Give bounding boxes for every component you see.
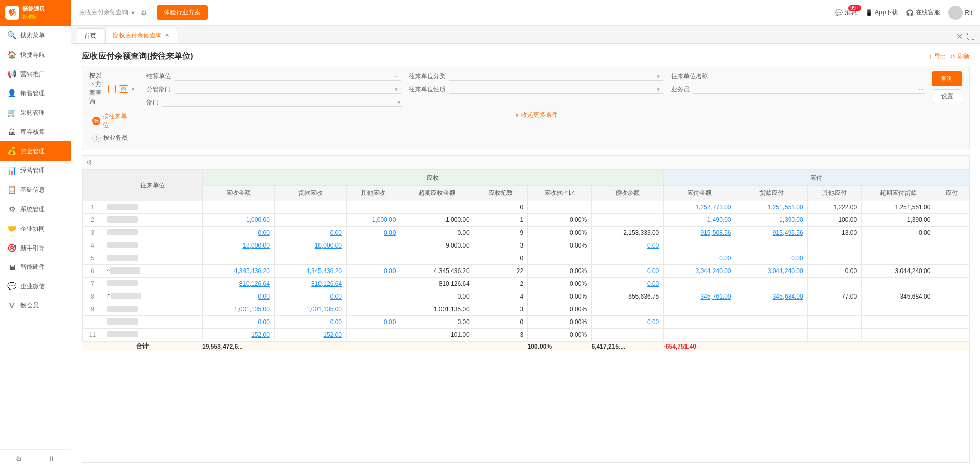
masked-partner (110, 267, 140, 274)
messages-btn[interactable]: 💬 消息 99+ (835, 8, 857, 17)
basic-icon: 📋 (7, 185, 16, 194)
cell-receivable-ratio: 0.00% (528, 290, 592, 303)
sidebar-item-smart[interactable]: 🖥 智能硬件 (0, 258, 71, 277)
cell-overdue-receivable: 1,001,135.00 (400, 303, 474, 316)
cell-partner (103, 252, 203, 265)
trial-btn[interactable]: 体验行业方案 (157, 5, 208, 20)
sidebar-item-operation[interactable]: 📊 经营管理 (0, 161, 71, 180)
cell-advance-balance (592, 329, 664, 342)
online-service-btn[interactable]: 🎧 在线客服 (906, 8, 940, 17)
sidebar-item-guide[interactable]: 🎯 新手引导 (0, 238, 71, 258)
division-select[interactable]: ▼ (162, 98, 403, 107)
cell-other-receivable: 0.00 (347, 316, 400, 329)
tab-close-icon[interactable]: ✕ (165, 32, 169, 39)
export-btn[interactable]: ↑ 导出 (929, 52, 946, 61)
cell-goods-receivable: 0.00 (274, 227, 346, 239)
division-label: 部门 (146, 98, 159, 107)
sidebar-item-label: 企业微信 (20, 282, 45, 291)
user-name: Rit (965, 9, 972, 16)
cell-payable-amount (664, 329, 736, 342)
refresh-btn[interactable]: ↺ 刷新 (950, 52, 970, 61)
sidebar-item-wechat[interactable]: 💬 企业微信 (0, 277, 71, 296)
cell-overdue-payable: 3,044,240.00 (862, 265, 935, 278)
col-payable-suffix-header: 应付 (935, 186, 969, 201)
table-settings-icon[interactable]: ⚙ (86, 159, 92, 166)
app-download-btn[interactable]: 📱 App下载 (865, 8, 898, 17)
filter-field-salesman: 业务员 ··· (671, 85, 925, 94)
filter-buttons: 查询 设置 (932, 71, 962, 144)
query-btn[interactable]: 查询 (932, 71, 962, 86)
cell-payable-amount (664, 316, 736, 329)
cell-payable-suffix (935, 252, 969, 265)
cell-receivable-ratio: 0.00% (528, 278, 592, 290)
cell-other-receivable: 0.00 (347, 265, 400, 278)
content: 应收应付余额查询(按往来单位) ↑ 导出 ↺ 刷新 (71, 44, 980, 468)
filter-collapse-left-btn[interactable]: « (131, 85, 135, 92)
sidebar-item-purchase[interactable]: 🛒 采购管理 (0, 103, 71, 122)
salesman-input[interactable]: ··· (693, 85, 925, 94)
sidebar-item-marketing[interactable]: 📢 营销推广 (0, 64, 71, 84)
sidebar-item-inventory[interactable]: 🏛 库存核算 (0, 122, 71, 141)
cell-receivable-amount: 152.00 (202, 329, 274, 342)
topbar-settings-icon[interactable]: ⚙ (141, 9, 148, 17)
cell-overdue-receivable: 0.00 (400, 316, 474, 329)
sidebar-item-search[interactable]: 🔍 搜索菜单 (0, 26, 71, 45)
filter-view-salesman[interactable]: ⏱ 按业务员 (89, 132, 135, 144)
cell-advance-balance (592, 214, 664, 227)
sidebar-item-label: 畅会员 (20, 301, 39, 310)
sidebar-item-capital[interactable]: 💰 资金管理 (0, 141, 71, 161)
cell-receivable-count: 0 (474, 252, 527, 265)
tab-home[interactable]: 首页 (77, 28, 104, 43)
tab-maximize-icon[interactable]: ⛶ (967, 32, 975, 41)
footer-receivable-amount: 19,553,472,6... (202, 341, 274, 351)
breadcrumb-expand-icon[interactable]: ▼ (130, 10, 136, 16)
cell-other-receivable (347, 329, 400, 342)
masked-partner (107, 306, 138, 312)
tab-receivable[interactable]: 应收应付余额查询 ✕ (105, 28, 177, 43)
system-icon: ⚙ (7, 205, 16, 214)
filter-view-salesman-label: 按业务员 (103, 134, 128, 142)
cell-goods-payable: 345,684.00 (736, 290, 807, 303)
sidebar-item-basic[interactable]: 📋 基础信息 (0, 180, 71, 200)
filter-add-btn[interactable]: + (108, 85, 116, 93)
sidebar-bottom: ⚙ ⏸ (0, 449, 71, 468)
cell-advance-balance (592, 303, 664, 316)
cell-receivable-ratio: 0.00% (528, 227, 592, 239)
dept-select[interactable]: ▼ (175, 86, 401, 94)
partner-nature-select[interactable]: ▼ (449, 86, 663, 94)
cell-other-payable: 0.00 (807, 265, 861, 278)
filter-view-partner[interactable]: 畅 按往来单位 (89, 110, 135, 132)
cell-goods-payable: 915,495.56 (736, 227, 807, 239)
collapse-sidebar-btn[interactable]: ⏸ (38, 455, 66, 463)
sidebar-item-quick-nav[interactable]: 🏠 快捷导航 (0, 45, 71, 64)
cell-goods-payable (736, 303, 807, 316)
settlement-input[interactable]: ··· (175, 72, 401, 81)
logo-badge: 标准版 (22, 14, 45, 20)
cell-overdue-payable: 1,251,551.00 (862, 201, 935, 214)
table-row: 7 810,126.64 810,126.64 810,126.64 2 0.0… (83, 278, 969, 290)
cell-index (83, 316, 103, 329)
footer-overdue-payable (862, 341, 935, 351)
filter-circle-btn[interactable]: ◎ (119, 85, 128, 93)
page-title: 应收应付余额查询(按往来单位) (82, 51, 193, 62)
tab-close-window-icon[interactable]: ✕ (956, 32, 963, 41)
partner-category-select[interactable]: ▼ (449, 72, 663, 81)
cell-advance-balance: 0.00 (592, 316, 664, 329)
cell-payable-suffix (935, 316, 969, 329)
cell-receivable-amount: 0.00 (202, 290, 274, 303)
table-row: 4 18,000.00 18,000.00 9,000.00 3 0.00% 0… (83, 239, 969, 252)
payable-amount-link[interactable]: 1,252,773.00 (695, 204, 731, 211)
settings-bottom-btn[interactable]: ⚙ (5, 455, 34, 463)
sidebar-item-system[interactable]: ⚙ 系统管理 (0, 200, 71, 219)
user-avatar-area[interactable]: Rit (948, 6, 972, 20)
cell-partner (103, 278, 203, 290)
settings-btn[interactable]: 设置 (933, 89, 962, 104)
sidebar-item-sales[interactable]: 👤 销售管理 (0, 84, 71, 103)
cell-index: 4 (83, 239, 103, 252)
sidebar-item-enterprise[interactable]: 🤝 企业协同 (0, 219, 71, 238)
goods-payable-link[interactable]: 1,251,551.00 (768, 204, 803, 211)
cell-goods-receivable: 1,001,135.00 (274, 303, 346, 316)
partner-name-input[interactable] (711, 71, 925, 81)
sidebar-item-member[interactable]: V 畅会员 (0, 296, 71, 315)
collapse-btn[interactable]: ∧ 收起更多条件 (146, 109, 925, 119)
